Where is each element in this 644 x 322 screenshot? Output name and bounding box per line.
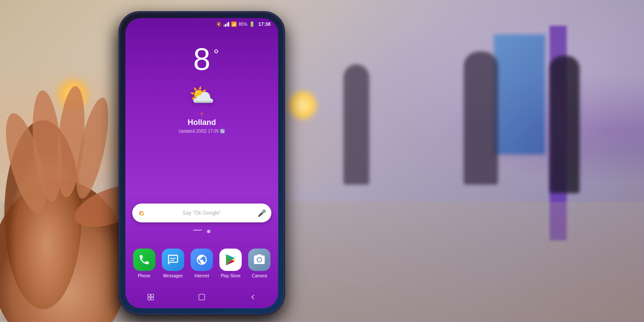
svg-rect-14 bbox=[151, 298, 154, 300]
lamp-left bbox=[56, 77, 90, 112]
temperature-display: 8° bbox=[193, 44, 210, 75]
app-camera[interactable]: Camera bbox=[248, 249, 270, 278]
mute-icon: 🔇 bbox=[216, 21, 222, 27]
location-name: Holland bbox=[188, 118, 216, 127]
weather-updated-text: Updated 20/02 17:05 🔄 bbox=[179, 129, 225, 134]
bg-scene bbox=[0, 0, 644, 322]
lamp-center bbox=[288, 90, 318, 120]
camera-app-icon[interactable] bbox=[248, 249, 270, 271]
app-dock: Phone Messages bbox=[125, 249, 278, 278]
wifi-icon: 📶 bbox=[231, 21, 237, 27]
indicator-line bbox=[193, 230, 202, 231]
signal-bars bbox=[224, 21, 229, 27]
google-g-letter: G bbox=[139, 210, 144, 217]
phone-app-icon[interactable] bbox=[133, 249, 155, 271]
person-silhouette-2 bbox=[464, 52, 498, 185]
phone-frame: 🔇 📶 85% 🔋 17:38 bbox=[120, 13, 283, 313]
person-silhouette-1 bbox=[343, 64, 369, 185]
floor bbox=[0, 202, 644, 322]
degree-symbol: ° bbox=[213, 47, 219, 61]
temperature-value: 8 bbox=[193, 42, 210, 76]
app-internet[interactable]: Internet bbox=[191, 249, 213, 278]
status-icons: 🔇 📶 85% 🔋 17:38 bbox=[216, 21, 270, 27]
status-bar: 🔇 📶 85% 🔋 17:38 bbox=[125, 18, 278, 30]
camera-app-label: Camera bbox=[252, 273, 267, 278]
app-phone[interactable]: Phone bbox=[133, 249, 155, 278]
weather-widget: 8° ⛅ 📍 Holland Updated 20/02 17:05 🔄 bbox=[125, 44, 278, 134]
svg-rect-11 bbox=[148, 294, 151, 297]
svg-rect-12 bbox=[151, 294, 154, 297]
screen-right bbox=[494, 34, 545, 155]
location-pin-icon: 📍 bbox=[199, 112, 204, 117]
messages-app-icon[interactable] bbox=[162, 249, 184, 271]
google-logo: G bbox=[137, 209, 146, 217]
dock-indicators bbox=[125, 230, 278, 233]
phone-wrapper: 🔇 📶 85% 🔋 17:38 bbox=[120, 13, 283, 313]
volume-button bbox=[283, 90, 285, 116]
internet-app-label: Internet bbox=[194, 273, 209, 278]
phone-screen: 🔇 📶 85% 🔋 17:38 bbox=[125, 18, 278, 308]
phone-app-label: Phone bbox=[138, 273, 150, 278]
weather-cloud-icon: ⛅ bbox=[189, 83, 215, 107]
internet-app-icon[interactable] bbox=[191, 249, 213, 271]
back-button[interactable] bbox=[249, 293, 257, 301]
search-hint-text: Say "Ok Google" bbox=[149, 210, 254, 216]
svg-rect-15 bbox=[199, 294, 204, 300]
app-messages[interactable]: Messages bbox=[162, 249, 184, 278]
status-time: 17:38 bbox=[258, 21, 270, 27]
navigation-bar bbox=[125, 293, 278, 301]
home-button[interactable] bbox=[197, 293, 206, 301]
google-search-bar[interactable]: G Say "Ok Google" 🎤 bbox=[132, 204, 271, 222]
person-silhouette-3 bbox=[550, 56, 580, 193]
app-play-store[interactable]: Play Store bbox=[219, 249, 242, 278]
svg-rect-13 bbox=[148, 298, 151, 300]
microphone-icon[interactable]: 🎤 bbox=[258, 209, 266, 217]
play-store-app-label: Play Store bbox=[221, 273, 240, 278]
battery-icon: 🔋 bbox=[249, 21, 255, 27]
indicator-dot bbox=[207, 230, 210, 233]
messages-app-label: Messages bbox=[163, 273, 183, 278]
recent-apps-button[interactable] bbox=[146, 293, 155, 301]
play-store-app-icon[interactable] bbox=[219, 249, 242, 271]
battery-level: 85% bbox=[239, 22, 247, 27]
